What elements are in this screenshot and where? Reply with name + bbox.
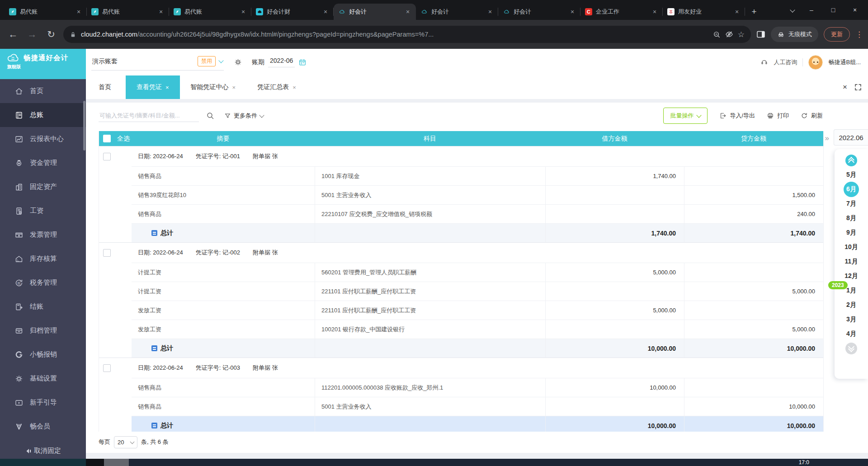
month-scroll-up-button[interactable] — [845, 155, 857, 166]
voucher-group-header[interactable]: 日期: 2022-06-24 凭证字号: 记-003 附单据 张 — [99, 358, 823, 378]
sidebar-unpin-button[interactable]: 取消固定 — [0, 447, 86, 455]
user-avatar[interactable] — [808, 55, 823, 70]
select-all-checkbox[interactable] — [103, 135, 111, 142]
per-page-select[interactable]: 20 — [114, 436, 137, 448]
voucher-group-header[interactable]: 日期: 2022-06-24 凭证字号: 记-001 附单据 张 — [99, 146, 823, 166]
voucher-entry-row[interactable]: 销售商品 1001 库存现金 1,740.00 — [99, 166, 823, 185]
period-value[interactable]: 2022-06 — [268, 57, 295, 67]
browser-tab[interactable]: 用友好业 × — [663, 4, 745, 20]
window-close-button[interactable]: × — [844, 0, 865, 20]
browser-tab[interactable]: 易代账 × — [5, 4, 87, 20]
window-minimize-button[interactable]: – — [801, 0, 822, 20]
side-panel-icon[interactable] — [756, 30, 765, 39]
tab-close-icon[interactable]: × — [404, 8, 411, 15]
tab-close-icon[interactable]: × — [651, 8, 658, 15]
voucher-group-header[interactable]: 日期: 2022-06-24 凭证字号: 记-002 附单据 张 — [99, 242, 823, 263]
browser-menu-icon[interactable]: ⋮ — [855, 30, 862, 39]
import-export-button[interactable]: 导入/导出 — [719, 112, 755, 120]
voucher-entry-row[interactable]: 发放工资 100201 银行存款_中国建设银行 5,000.00 — [99, 320, 823, 339]
month-item[interactable]: 10月 — [835, 240, 868, 254]
row-checkbox[interactable] — [103, 364, 111, 372]
row-checkbox[interactable] — [103, 249, 111, 257]
user-name[interactable]: 畅捷通B组... — [828, 58, 861, 66]
tab-search-icon[interactable] — [785, 0, 800, 20]
month-item[interactable]: 5月 — [835, 168, 868, 182]
browser-tab[interactable]: 好会计 × — [416, 4, 498, 20]
search-input[interactable] — [99, 109, 199, 122]
reload-icon[interactable]: ↻ — [44, 29, 58, 40]
address-bar[interactable]: cloud2.chanjet.com/accounting/uh26t264j5… — [63, 26, 751, 43]
support-link[interactable]: 人工咨询 — [774, 58, 797, 66]
tab-close-icon[interactable]: × — [75, 8, 82, 15]
more-filters-button[interactable]: 更多条件 — [224, 112, 264, 120]
new-tab-button[interactable]: + — [748, 5, 760, 18]
refresh-button[interactable]: 刷新 — [801, 112, 823, 120]
sidebar-item-settings[interactable]: 基础设置 — [0, 367, 86, 391]
month-item[interactable]: 7月 — [835, 197, 868, 211]
voucher-entry-row[interactable]: 销售39度红花郎10 5001 主营业务收入 1,500.00 — [99, 185, 823, 204]
sidebar-scrollbar[interactable] — [83, 101, 85, 151]
month-item[interactable]: 3月 — [835, 312, 868, 327]
browser-tab[interactable]: C 企业工作 × — [580, 4, 663, 20]
sidebar-item-tax[interactable]: 税 税务管理 — [0, 271, 86, 295]
print-button[interactable]: 打印 — [767, 112, 789, 120]
sidebar-item-inventory[interactable]: 库存核算 — [0, 247, 86, 271]
browser-tab[interactable]: 好会计财 × — [251, 4, 334, 20]
browser-tab-active[interactable]: 好会计 × — [334, 4, 416, 20]
page-tab-home[interactable]: 首页 — [86, 75, 126, 99]
search-icon[interactable] — [206, 112, 214, 120]
tab-close-icon[interactable]: × — [569, 8, 576, 15]
voucher-entry-row[interactable]: 销售商品 112201.000005.000038 应收账款_应收_郑州.1 1… — [99, 378, 823, 397]
row-checkbox[interactable] — [103, 153, 111, 160]
period-settings-button[interactable] — [234, 58, 242, 66]
month-item[interactable]: 11月 — [835, 254, 868, 269]
voucher-entry-row[interactable]: 计提工资 221101 应付职工薪酬_应付职工工资 5,000.00 — [99, 282, 823, 301]
month-item[interactable]: 8月 — [835, 211, 868, 226]
browser-tab[interactable]: 好会计 × — [498, 4, 580, 20]
browser-tab[interactable]: 易代账 × — [169, 4, 251, 20]
sidebar-item-archive[interactable]: 归档管理 — [0, 319, 86, 343]
voucher-entry-row[interactable]: 销售商品 22210107 应交税费_应交增值税_销项税额 240.00 — [99, 204, 823, 223]
tab-close-icon[interactable]: × — [240, 8, 247, 15]
month-scroll-down-button[interactable] — [845, 343, 857, 354]
voucher-entry-row[interactable]: 销售商品 5001 主营业务收入 10,000.00 — [99, 397, 823, 416]
page-tab-smart-voucher-center[interactable]: 智能凭证中心 × — [180, 75, 247, 99]
page-tab-voucher-summary[interactable]: 凭证汇总表 × — [246, 75, 307, 99]
tab-close-icon[interactable]: × — [733, 8, 741, 15]
browser-tab[interactable]: 易代账 × — [87, 4, 169, 20]
voucher-entry-row[interactable]: 计提工资 560201 管理费用_管理人员职工薪酬 5,000.00 — [99, 263, 823, 282]
tab-close-icon[interactable]: × — [322, 8, 329, 15]
update-button[interactable]: 更新 — [824, 27, 850, 42]
fullscreen-icon[interactable] — [854, 84, 862, 91]
month-item[interactable]: 2月 — [835, 298, 868, 312]
page-tab-view-voucher[interactable]: 查看凭证 × — [126, 75, 180, 99]
tab-close-icon[interactable]: × — [165, 84, 169, 91]
sidebar-item-closing[interactable]: 结账 — [0, 295, 86, 319]
sidebar-item-general-ledger[interactable]: 总账 — [0, 103, 86, 127]
window-maximize-button[interactable]: □ — [823, 0, 844, 20]
voucher-entry-row[interactable]: 发放工资 221101 应付职工薪酬_应付职工工资 5,000.00 — [99, 301, 823, 320]
tab-close-icon[interactable]: × — [292, 84, 296, 91]
sidebar-item-guide[interactable]: 新手引导 — [0, 391, 86, 414]
sidebar-item-cloud-reports[interactable]: 云报表中心 — [0, 127, 86, 151]
tab-close-icon[interactable]: × — [486, 8, 494, 15]
sidebar-item-payroll[interactable]: 工资 — [0, 199, 86, 223]
sidebar-item-membership[interactable]: 畅会员 — [0, 414, 86, 438]
back-icon[interactable]: ← — [6, 29, 20, 40]
calendar-icon[interactable] — [298, 58, 307, 66]
zoom-out-icon[interactable] — [713, 31, 721, 38]
sidebar-item-invoices[interactable]: 发票管理 — [0, 223, 86, 247]
bookmark-star-icon[interactable]: ☆ — [738, 30, 745, 39]
batch-actions-button[interactable]: 批量操作 — [663, 108, 708, 124]
sidebar-item-fixed-assets[interactable]: 固定资产 — [0, 175, 86, 199]
tab-close-icon[interactable]: × — [157, 8, 165, 15]
forward-icon[interactable]: → — [25, 29, 39, 40]
account-selector[interactable]: 演示账套 禁用 — [91, 54, 224, 71]
sidebar-item-funds[interactable]: 资金管理 — [0, 151, 86, 175]
sidebar-item-home[interactable]: 首页 — [0, 79, 86, 103]
month-item-active[interactable]: 6月 — [844, 182, 859, 197]
chevron-down-icon[interactable] — [218, 58, 223, 63]
close-all-icon[interactable]: × — [843, 83, 847, 92]
sidebar-item-reimbursement[interactable]: 小畅报销 — [0, 343, 86, 367]
taskbar-button[interactable] — [104, 459, 129, 466]
